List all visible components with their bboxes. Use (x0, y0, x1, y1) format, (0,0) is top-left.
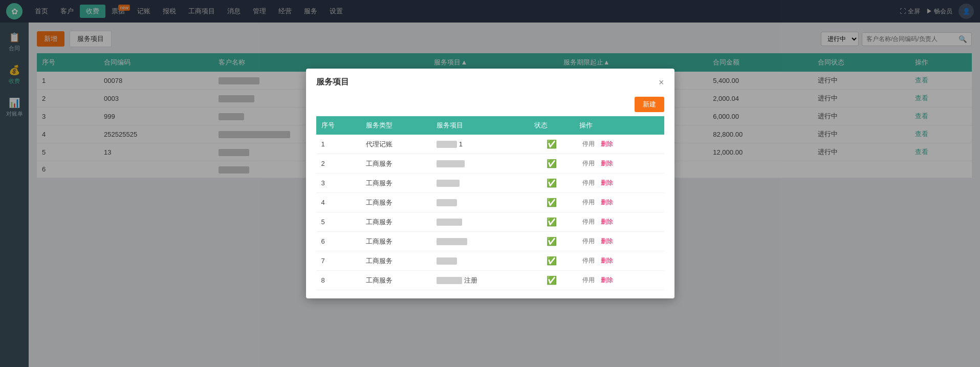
modal-table: 序号服务类型服务项目状态操作1代理记账 1✅停用删除2工商服务✅停用删除3工商服… (316, 116, 664, 290)
modal-title: 服务项目 (316, 77, 349, 88)
modal-table-row: 3工商服务✅停用删除 (316, 174, 664, 193)
modal-table-row: 1代理记账 1✅停用删除 (316, 135, 664, 154)
stop-button[interactable]: 停用 (579, 197, 598, 208)
modal-col-header: 服务类型 (361, 116, 431, 135)
modal-status-cell: ✅ (529, 271, 574, 290)
stop-button[interactable]: 停用 (579, 139, 598, 149)
modal-type-cell: 工商服务 (361, 212, 431, 232)
stop-button[interactable]: 停用 (579, 158, 598, 169)
active-check-icon: ✅ (547, 179, 557, 187)
active-check-icon: ✅ (547, 276, 557, 285)
active-check-icon: ✅ (547, 159, 557, 168)
stop-button[interactable]: 停用 (579, 178, 598, 188)
delete-button[interactable]: 删除 (598, 217, 616, 227)
modal-col-header: 操作 (574, 116, 664, 135)
modal-status-cell: ✅ (529, 251, 574, 271)
stop-button[interactable]: 停用 (579, 275, 598, 286)
delete-button[interactable]: 删除 (598, 197, 616, 208)
modal-item-cell: 注册 (431, 271, 529, 290)
modal-action-cell: 停用删除 (574, 271, 664, 290)
modal-seq-cell: 6 (316, 232, 361, 251)
modal-table-row: 4工商服务✅停用删除 (316, 193, 664, 212)
modal-action-cell: 停用删除 (574, 212, 664, 232)
delete-button[interactable]: 删除 (598, 236, 616, 247)
modal-body: 序号服务类型服务项目状态操作1代理记账 1✅停用删除2工商服务✅停用删除3工商服… (306, 116, 674, 298)
modal-seq-cell: 2 (316, 154, 361, 174)
modal-table-row: 8工商服务 注册✅停用删除 (316, 271, 664, 290)
modal-status-cell: ✅ (529, 135, 574, 154)
modal-table-row: 7工商服务✅停用删除 (316, 251, 664, 271)
delete-button[interactable]: 删除 (598, 275, 616, 286)
modal-type-cell: 工商服务 (361, 271, 431, 290)
modal-item-cell (431, 174, 529, 193)
active-check-icon: ✅ (547, 198, 557, 207)
modal-seq-cell: 1 (316, 135, 361, 154)
modal-action-cell: 停用删除 (574, 232, 664, 251)
modal-status-cell: ✅ (529, 193, 574, 212)
modal-col-header: 序号 (316, 116, 361, 135)
modal-status-cell: ✅ (529, 212, 574, 232)
stop-button[interactable]: 停用 (579, 255, 598, 266)
modal-status-cell: ✅ (529, 232, 574, 251)
delete-button[interactable]: 删除 (598, 178, 616, 188)
modal-close-button[interactable]: × (659, 78, 664, 87)
active-check-icon: ✅ (547, 256, 557, 265)
modal-type-cell: 工商服务 (361, 174, 431, 193)
modal-overlay[interactable]: 服务项目 × 新建 序号服务类型服务项目状态操作1代理记账 1✅停用删除2工商服… (0, 0, 980, 367)
modal-seq-cell: 4 (316, 193, 361, 212)
modal: 服务项目 × 新建 序号服务类型服务项目状态操作1代理记账 1✅停用删除2工商服… (306, 69, 674, 298)
modal-action-cell: 停用删除 (574, 193, 664, 212)
modal-item-cell (431, 232, 529, 251)
modal-action-cell: 停用删除 (574, 251, 664, 271)
modal-header: 服务项目 × (306, 69, 674, 93)
delete-button[interactable]: 删除 (598, 255, 616, 266)
modal-action-cell: 停用删除 (574, 135, 664, 154)
modal-new-button[interactable]: 新建 (635, 97, 664, 112)
modal-toolbar: 新建 (306, 93, 674, 116)
modal-type-cell: 工商服务 (361, 232, 431, 251)
modal-item-cell (431, 154, 529, 174)
modal-type-cell: 工商服务 (361, 154, 431, 174)
modal-seq-cell: 5 (316, 212, 361, 232)
modal-action-cell: 停用删除 (574, 154, 664, 174)
modal-status-cell: ✅ (529, 154, 574, 174)
modal-seq-cell: 7 (316, 251, 361, 271)
modal-col-header: 服务项目 (431, 116, 529, 135)
modal-action-cell: 停用删除 (574, 174, 664, 193)
modal-type-cell: 代理记账 (361, 135, 431, 154)
modal-seq-cell: 3 (316, 174, 361, 193)
delete-button[interactable]: 删除 (598, 139, 616, 149)
stop-button[interactable]: 停用 (579, 217, 598, 227)
modal-table-row: 5工商服务✅停用删除 (316, 212, 664, 232)
modal-seq-cell: 8 (316, 271, 361, 290)
modal-item-cell: 1 (431, 135, 529, 154)
active-check-icon: ✅ (547, 140, 557, 148)
modal-item-cell (431, 212, 529, 232)
modal-status-cell: ✅ (529, 174, 574, 193)
modal-table-row: 2工商服务✅停用删除 (316, 154, 664, 174)
stop-button[interactable]: 停用 (579, 236, 598, 247)
delete-button[interactable]: 删除 (598, 158, 616, 169)
active-check-icon: ✅ (547, 237, 557, 246)
modal-type-cell: 工商服务 (361, 251, 431, 271)
modal-item-cell (431, 251, 529, 271)
modal-table-row: 6工商服务✅停用删除 (316, 232, 664, 251)
modal-col-header: 状态 (529, 116, 574, 135)
modal-item-cell (431, 193, 529, 212)
modal-type-cell: 工商服务 (361, 193, 431, 212)
active-check-icon: ✅ (547, 218, 557, 226)
